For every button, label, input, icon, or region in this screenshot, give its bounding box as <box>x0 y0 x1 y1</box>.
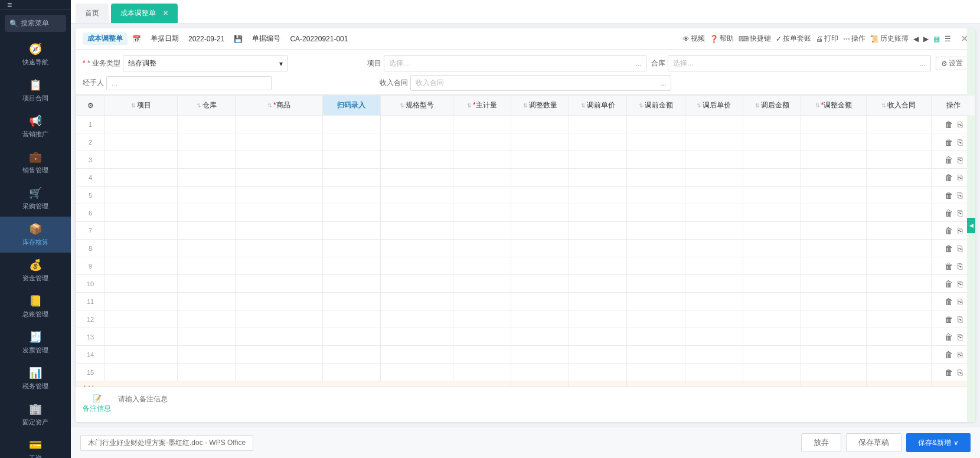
settings-button[interactable]: ⚙ 设置 <box>936 57 968 70</box>
row-1-amount-before[interactable] <box>627 116 685 133</box>
row-1-delete-btn[interactable]: 🗑 <box>943 119 954 130</box>
row-11-unit[interactable] <box>453 293 511 310</box>
print-action[interactable]: 🖨 打印 <box>816 34 838 44</box>
row-7-delete-btn[interactable]: 🗑 <box>943 225 954 237</box>
col-header-settings[interactable]: ⚙ <box>76 96 105 116</box>
row-15-delete-btn[interactable]: 🗑 <box>943 367 954 378</box>
row-2-delete-btn[interactable]: 🗑 <box>943 136 954 148</box>
row-4-project[interactable] <box>105 169 178 187</box>
row-6-price-after[interactable] <box>685 204 743 222</box>
history-action[interactable]: 📜 历史账簿 <box>870 34 909 44</box>
row-3-qty[interactable] <box>511 151 569 169</box>
row-5-warehouse[interactable] <box>177 187 235 204</box>
row-4-product[interactable] <box>236 169 322 187</box>
col-header-amount-before[interactable]: ⇅调前金额 <box>627 96 685 116</box>
row-6-copy-btn[interactable]: ⎘ <box>956 207 963 219</box>
row-1-income-contract[interactable] <box>866 116 932 133</box>
row-10-amount-before[interactable] <box>627 275 685 293</box>
row-3-unit[interactable] <box>453 151 511 169</box>
row-5-scan[interactable] <box>322 187 380 204</box>
row-14-unit[interactable] <box>453 346 511 364</box>
row-4-scan[interactable] <box>322 169 380 187</box>
row-4-price-after[interactable] <box>685 169 743 187</box>
row-7-warehouse[interactable] <box>177 222 235 240</box>
row-10-delete-btn[interactable]: 🗑 <box>943 278 954 290</box>
row-6-product[interactable] <box>236 204 322 222</box>
row-15-adjust-amount[interactable] <box>801 364 867 381</box>
row-10-copy-btn[interactable]: ⎘ <box>956 278 963 290</box>
row-1-spec[interactable] <box>380 116 453 133</box>
save-new-button[interactable]: 保存&新增 ∨ <box>906 433 971 452</box>
row-4-amount-before[interactable] <box>627 169 685 187</box>
row-10-amount-after[interactable] <box>743 275 801 293</box>
row-10-spec[interactable] <box>380 275 453 293</box>
row-6-warehouse[interactable] <box>177 204 235 222</box>
row-11-warehouse[interactable] <box>177 293 235 310</box>
row-15-copy-btn[interactable]: ⎘ <box>956 367 963 378</box>
row-10-price-after[interactable] <box>685 275 743 293</box>
row-8-income-contract[interactable] <box>866 240 932 257</box>
row-4-qty[interactable] <box>511 169 569 187</box>
warehouse-input[interactable]: 选择... ... <box>668 55 931 71</box>
row-4-adjust-amount[interactable] <box>801 169 867 187</box>
row-2-price-before[interactable] <box>569 133 627 151</box>
sidebar-item-quick-nav[interactable]: 🧭快速导航 <box>0 37 71 73</box>
row-3-income-contract[interactable] <box>866 151 932 169</box>
row-14-product[interactable] <box>236 346 322 364</box>
row-12-project[interactable] <box>105 310 178 328</box>
row-5-delete-btn[interactable]: 🗑 <box>943 189 954 201</box>
row-10-project[interactable] <box>105 275 178 293</box>
save-draft-button[interactable]: 保存草稿 <box>846 433 901 452</box>
row-8-adjust-amount[interactable] <box>801 240 867 257</box>
row-15-income-contract[interactable] <box>866 364 932 381</box>
row-5-amount-before[interactable] <box>627 187 685 204</box>
row-7-income-contract[interactable] <box>866 222 932 240</box>
row-14-project[interactable] <box>105 346 178 364</box>
row-10-unit[interactable] <box>453 275 511 293</box>
row-2-scan[interactable] <box>322 133 380 151</box>
row-14-copy-btn[interactable]: ⎘ <box>956 349 963 361</box>
row-12-price-before[interactable] <box>569 310 627 328</box>
row-1-adjust-amount[interactable] <box>801 116 867 133</box>
col-header-adjust-amount[interactable]: ⇅*调整金额 <box>801 96 867 116</box>
row-13-income-contract[interactable] <box>866 328 932 346</box>
row-11-delete-btn[interactable]: 🗑 <box>943 296 954 307</box>
check-action[interactable]: ✓ 按单套账 <box>776 34 811 44</box>
row-15-warehouse[interactable] <box>177 364 235 381</box>
col-header-price-after[interactable]: ⇅调后单价 <box>685 96 743 116</box>
row-4-unit[interactable] <box>453 169 511 187</box>
col-header-income-contract[interactable]: ⇅收入合同 <box>866 96 932 116</box>
tab-cost-adjustment[interactable]: 成本调整单 ✕ <box>111 4 178 23</box>
row-7-product[interactable] <box>236 222 322 240</box>
row-11-income-contract[interactable] <box>866 293 932 310</box>
sidebar-item-marketing[interactable]: 📢营销推广 <box>0 109 71 145</box>
row-4-amount-after[interactable] <box>743 169 801 187</box>
row-12-warehouse[interactable] <box>177 310 235 328</box>
row-11-product[interactable] <box>236 293 322 310</box>
row-2-warehouse[interactable] <box>177 133 235 151</box>
row-13-delete-btn[interactable]: 🗑 <box>943 331 954 343</box>
row-9-unit[interactable] <box>453 257 511 275</box>
row-6-scan[interactable] <box>322 204 380 222</box>
row-13-amount-before[interactable] <box>627 328 685 346</box>
row-15-qty[interactable] <box>511 364 569 381</box>
row-8-scan[interactable] <box>322 240 380 257</box>
row-11-scan[interactable] <box>322 293 380 310</box>
row-14-scan[interactable] <box>322 346 380 364</box>
row-2-amount-after[interactable] <box>743 133 801 151</box>
row-14-adjust-amount[interactable] <box>801 346 867 364</box>
row-5-project[interactable] <box>105 187 178 204</box>
row-13-qty[interactable] <box>511 328 569 346</box>
sidebar-item-finance[interactable]: 💰资金管理 <box>0 253 71 289</box>
row-2-qty[interactable] <box>511 133 569 151</box>
row-7-amount-after[interactable] <box>743 222 801 240</box>
row-5-unit[interactable] <box>453 187 511 204</box>
row-3-price-after[interactable] <box>685 151 743 169</box>
col-header-spec[interactable]: ⇅规格型号 <box>380 96 453 116</box>
row-9-project[interactable] <box>105 257 178 275</box>
row-11-adjust-amount[interactable] <box>801 293 867 310</box>
taskbar-item-wps[interactable]: 木门行业好业财处理方案-墨红红.doc - WPS Office <box>80 435 253 451</box>
row-6-amount-after[interactable] <box>743 204 801 222</box>
search-menu-button[interactable]: 🔍 搜索菜单 <box>5 15 66 32</box>
row-13-warehouse[interactable] <box>177 328 235 346</box>
